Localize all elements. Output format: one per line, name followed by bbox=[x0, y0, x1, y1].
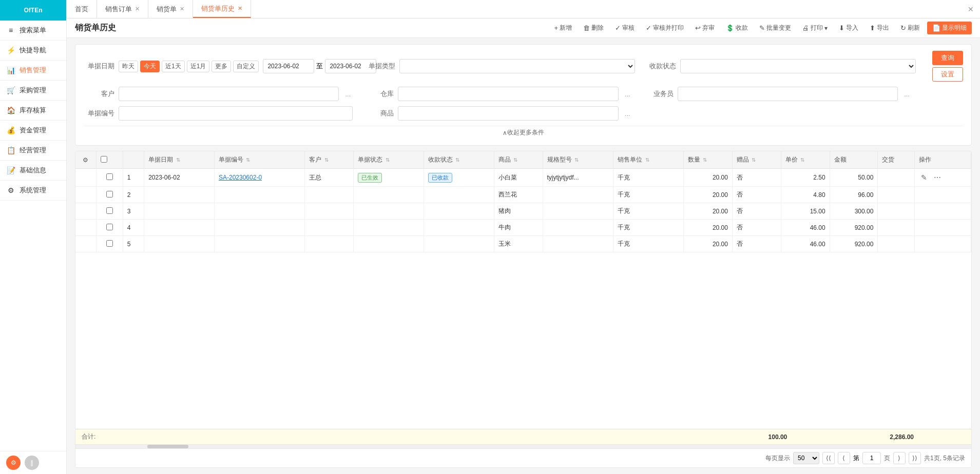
date-today[interactable]: 今天 bbox=[140, 61, 160, 72]
tab-close-sales-delivery[interactable]: ✕ bbox=[180, 6, 184, 12]
sidebar-item-finance[interactable]: 💰 资金管理 bbox=[0, 121, 66, 141]
show-detail-button[interactable]: 📄 显示明细 bbox=[927, 22, 972, 34]
set-button[interactable]: 设置 bbox=[932, 67, 963, 82]
sidebar-collapse-btn[interactable]: ‖ bbox=[25, 456, 39, 470]
sidebar-item-inventory[interactable]: 🏠 库存核算 bbox=[0, 101, 66, 121]
sort-doc-status-icon: ⇅ bbox=[386, 157, 390, 163]
cell-payment-status: 已收款 bbox=[424, 169, 494, 187]
new-button[interactable]: + 新增 bbox=[550, 22, 576, 34]
th-doc-status[interactable]: 单据状态 ⇅ bbox=[354, 151, 424, 169]
date-7days[interactable]: 近1天 bbox=[162, 61, 185, 72]
cell-amount: 920.00 bbox=[830, 236, 878, 252]
th-doc-no[interactable]: 单据编号 ⇅ bbox=[214, 151, 304, 169]
tab-sales-delivery[interactable]: 销货单 ✕ bbox=[148, 0, 193, 18]
sidebar-item-operations[interactable]: 📋 经营管理 bbox=[0, 141, 66, 161]
th-customer[interactable]: 客户 ⇅ bbox=[305, 151, 354, 169]
query-button[interactable]: 查询 bbox=[932, 51, 963, 65]
cell-checkbox[interactable] bbox=[96, 236, 123, 252]
cell-doc-no[interactable] bbox=[214, 236, 304, 252]
refresh-button[interactable]: ↻ 刷新 bbox=[896, 22, 924, 34]
filter-warehouse: 仓库 ... bbox=[363, 87, 632, 101]
cell-customer bbox=[305, 187, 354, 203]
sidebar-item-sales-mgmt[interactable]: 📊 销售管理 bbox=[0, 61, 66, 81]
customer-dots[interactable]: ... bbox=[343, 90, 353, 98]
sidebar-item-purchase-mgmt[interactable]: 🛒 采购管理 bbox=[0, 81, 66, 101]
salesperson-input[interactable] bbox=[678, 87, 898, 101]
sort-doc-no-icon: ⇅ bbox=[246, 157, 250, 163]
salesperson-dots[interactable]: ... bbox=[902, 90, 912, 98]
th-quantity[interactable]: 数量 ⇅ bbox=[684, 151, 733, 169]
th-doc-date[interactable]: 单据日期 ⇅ bbox=[144, 151, 215, 169]
cell-doc-date: 2023-06-02 bbox=[144, 169, 215, 187]
collapse-button[interactable]: ∧ 收起更多条件 bbox=[84, 126, 963, 139]
cell-checkbox[interactable] bbox=[96, 203, 123, 220]
warehouse-label: 仓库 bbox=[363, 89, 394, 98]
tab-close-sales-order[interactable]: ✕ bbox=[135, 6, 140, 12]
tab-sales-order[interactable]: 销售订单 ✕ bbox=[97, 0, 148, 18]
th-goods[interactable]: 商品 ⇅ bbox=[494, 151, 543, 169]
collect-button[interactable]: 💲 收款 bbox=[722, 22, 752, 34]
export-button[interactable]: ⬆ 导出 bbox=[866, 22, 893, 34]
doc-no-input[interactable] bbox=[119, 106, 353, 121]
goods-dots[interactable]: ... bbox=[623, 110, 632, 117]
cell-payment-status bbox=[424, 203, 494, 220]
cell-checkbox[interactable] bbox=[96, 169, 123, 187]
abandon-button[interactable]: ↩ 弃审 bbox=[691, 22, 719, 34]
th-unit[interactable]: 销售单位 ⇅ bbox=[613, 151, 684, 169]
sidebar-settings-btn[interactable]: ⚙ bbox=[6, 456, 21, 470]
cell-doc-no[interactable] bbox=[214, 203, 304, 220]
cell-gift: 否 bbox=[732, 220, 781, 236]
warehouse-input[interactable] bbox=[398, 87, 618, 101]
doc-no-label: 单据编号 bbox=[84, 109, 114, 118]
select-all-checkbox[interactable] bbox=[101, 156, 107, 163]
cell-checkbox[interactable] bbox=[96, 220, 123, 236]
sidebar-item-quick-nav[interactable]: ⚡ 快捷导航 bbox=[0, 41, 66, 61]
import-button[interactable]: ⬇ 导入 bbox=[835, 22, 862, 34]
sidebar-item-search-menu[interactable]: ≡ 搜索菜单 bbox=[0, 21, 66, 41]
first-page-btn[interactable]: ⟨⟨ bbox=[822, 452, 835, 464]
sidebar-item-system-mgmt[interactable]: ⚙ 系统管理 bbox=[0, 181, 66, 201]
cell-doc-no[interactable] bbox=[214, 187, 304, 203]
tab-sales-history[interactable]: 销货单历史 ✕ bbox=[193, 0, 251, 18]
prev-page-btn[interactable]: ⟨ bbox=[838, 452, 850, 464]
tab-home[interactable]: 首页 bbox=[67, 0, 97, 18]
audit-button[interactable]: ✓ 审核 bbox=[611, 22, 639, 34]
date-1month[interactable]: 近1月 bbox=[187, 61, 210, 72]
page-size-select[interactable]: 50 100 200 bbox=[793, 452, 819, 464]
cell-quantity: 20.00 bbox=[684, 220, 733, 236]
collect-icon: 💲 bbox=[726, 24, 734, 32]
last-page-btn[interactable]: ⟩⟩ bbox=[909, 452, 921, 464]
date-yesterday[interactable]: 昨天 bbox=[119, 61, 138, 72]
sidebar-item-basic-info[interactable]: 📝 基础信息 bbox=[0, 161, 66, 181]
tab-close-sales-history[interactable]: ✕ bbox=[238, 5, 242, 12]
cell-checkbox[interactable] bbox=[96, 187, 123, 203]
warehouse-dots[interactable]: ... bbox=[623, 90, 632, 98]
horizontal-scrollbar[interactable] bbox=[75, 444, 971, 448]
th-gift[interactable]: 赠品 ⇅ bbox=[732, 151, 781, 169]
filter-payment-status: 收款状态 bbox=[645, 59, 916, 73]
th-spec[interactable]: 规格型号 ⇅ bbox=[543, 151, 613, 169]
tab-close-all[interactable]: ✕ bbox=[968, 5, 980, 13]
edit-icon[interactable]: ✎ bbox=[919, 172, 929, 183]
batch-change-button[interactable]: ✎ 批量变更 bbox=[755, 22, 795, 34]
more-icon[interactable]: ⋯ bbox=[932, 172, 943, 183]
page-input[interactable] bbox=[862, 452, 881, 464]
date-more[interactable]: 更多 bbox=[212, 61, 231, 72]
next-page-btn[interactable]: ⟩ bbox=[893, 452, 906, 464]
th-payment-status[interactable]: 收款状态 ⇅ bbox=[424, 151, 494, 169]
date-custom[interactable]: 自定义 bbox=[233, 61, 259, 72]
cell-doc-no[interactable]: SA-20230602-0 bbox=[214, 169, 304, 187]
payment-status-select[interactable] bbox=[680, 59, 916, 73]
footer-quantity-total: 100.00 bbox=[768, 433, 787, 441]
audit-print-button[interactable]: ✓ 审核并打印 bbox=[642, 22, 688, 34]
th-unit-price[interactable]: 单价 ⇅ bbox=[781, 151, 830, 169]
goods-input[interactable] bbox=[398, 106, 618, 121]
customer-input[interactable] bbox=[119, 87, 339, 101]
cell-doc-no[interactable] bbox=[214, 220, 304, 236]
th-settings[interactable]: ⚙ bbox=[75, 151, 96, 169]
doc-type-select[interactable] bbox=[399, 59, 635, 73]
delete-button[interactable]: 🗑 删除 bbox=[579, 22, 608, 34]
payment-status-label: 收款状态 bbox=[645, 62, 676, 71]
print-button[interactable]: 🖨 打印 ▾ bbox=[798, 22, 832, 34]
date-from-input[interactable] bbox=[263, 59, 314, 73]
